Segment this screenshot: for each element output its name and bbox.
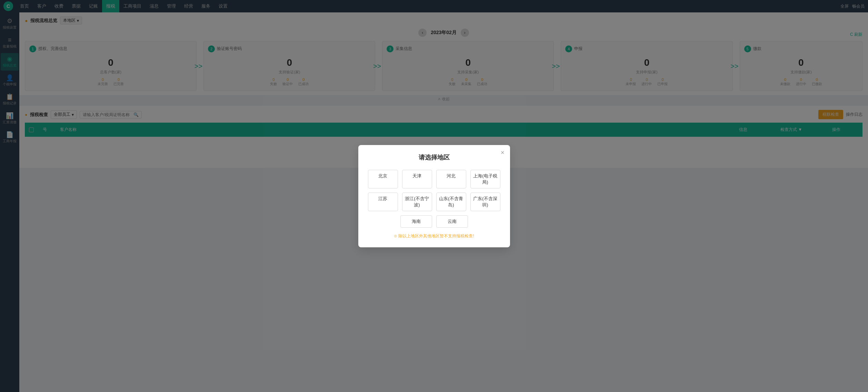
modal-warning: ⊙ 除以上地区外其他地区暂不支持报税检查! <box>368 233 500 239</box>
modal-close-btn[interactable]: × <box>501 149 505 156</box>
region-grid-row2: 江苏 浙江(不含宁波) 山东(不含青岛) 广东(不含深圳) <box>368 193 500 211</box>
region-btn-shandong[interactable]: 山东(不含青岛) <box>436 193 466 211</box>
modal-overlay[interactable]: × 请选择地区 北京 天津 河北 上海(电子税局) 江苏 浙江(不含宁波) 山东… <box>0 0 868 392</box>
region-grid-row1: 北京 天津 河北 上海(电子税局) <box>368 170 500 188</box>
region-btn-tianjin[interactable]: 天津 <box>402 170 432 188</box>
region-btn-hainan[interactable]: 海南 <box>400 215 432 228</box>
region-btn-yunnan[interactable]: 云南 <box>436 215 468 228</box>
region-btn-guangdong[interactable]: 广东(不含深圳) <box>470 193 500 211</box>
region-btn-jiangsu[interactable]: 江苏 <box>368 193 398 211</box>
region-btn-zhejiang[interactable]: 浙江(不含宁波) <box>402 193 432 211</box>
region-grid-row3: 海南 云南 <box>368 215 500 228</box>
region-btn-hebei[interactable]: 河北 <box>436 170 466 188</box>
region-select-modal: × 请选择地区 北京 天津 河北 上海(电子税局) 江苏 浙江(不含宁波) 山东… <box>358 145 510 247</box>
region-btn-beijing[interactable]: 北京 <box>368 170 398 188</box>
region-btn-shanghai[interactable]: 上海(电子税局) <box>470 170 500 188</box>
modal-title: 请选择地区 <box>368 153 500 162</box>
